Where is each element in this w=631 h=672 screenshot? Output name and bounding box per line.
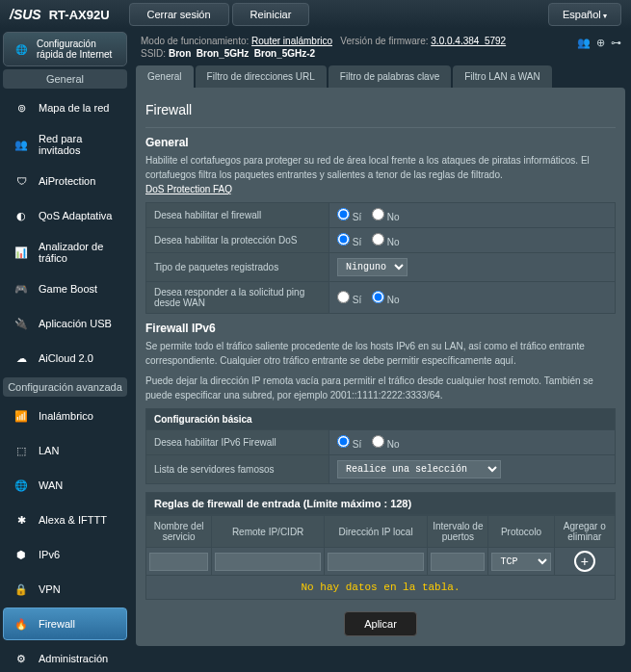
- ping-yes[interactable]: Sí: [337, 295, 361, 305]
- logout-button[interactable]: Cerrar sesión: [129, 3, 229, 26]
- fw-no[interactable]: No: [372, 212, 400, 222]
- col-remote: Remote IP/CIDR: [212, 516, 325, 548]
- nav-admin[interactable]: ⚙Administración: [3, 642, 127, 672]
- qis-label: Configuración rápida de Internet: [37, 39, 118, 60]
- mesh-status-icon[interactable]: ⊕: [596, 37, 605, 49]
- service-input[interactable]: [149, 553, 208, 571]
- nav-wireless[interactable]: 📶Inalámbrico: [3, 400, 127, 432]
- gamepad-icon: 🎮: [12, 279, 31, 298]
- dos-faq-link[interactable]: DoS Protection FAQ: [145, 184, 232, 194]
- tab-url-filter[interactable]: Filtro de direcciones URL: [196, 65, 327, 88]
- nav-firewall[interactable]: 🔥Firewall: [3, 607, 127, 640]
- port-range-input[interactable]: [431, 553, 485, 571]
- page-title: Firewall: [145, 97, 616, 128]
- nav-aiprotection[interactable]: 🛡AiProtection: [3, 165, 127, 197]
- qis-button[interactable]: 🌐 Configuración rápida de Internet: [3, 32, 127, 66]
- guest-icon: 👥: [12, 135, 31, 154]
- fw-yes-radio[interactable]: [337, 208, 350, 220]
- language-select[interactable]: Español: [548, 3, 621, 26]
- admin-icon: ⚙: [12, 649, 31, 668]
- nav-qos[interactable]: ◐QoS Adaptativa: [3, 199, 127, 232]
- nav-traffic[interactable]: 📊Analizador de tráfico: [3, 234, 127, 271]
- users-status-icon[interactable]: 👥: [577, 37, 591, 49]
- label-log-type: Tipo de paquetes registrados: [146, 253, 329, 282]
- tab-keyword-filter[interactable]: Filtro de palabras clave: [329, 65, 451, 88]
- fire-icon: 🔥: [12, 614, 31, 633]
- ssid-info: SSID: Bron Bron_5GHz Bron_5GHz-2: [136, 47, 625, 60]
- tabs: General Filtro de direcciones URL Filtro…: [136, 65, 625, 88]
- add-rule-button[interactable]: +: [574, 551, 595, 572]
- ping-no[interactable]: No: [372, 295, 400, 305]
- sidebar: 🌐 Configuración rápida de Internet Gener…: [0, 29, 130, 672]
- section-ipv6-title: Firewall IPv6: [145, 322, 616, 335]
- brand-logo: /SUS: [10, 7, 41, 22]
- nav-usb[interactable]: 🔌Aplicación USB: [3, 307, 127, 340]
- dos-yes-radio[interactable]: [337, 233, 350, 246]
- basic-config-header: Configuración básica: [146, 409, 616, 430]
- ping-yes-radio[interactable]: [337, 291, 350, 303]
- ipv6-desc2: Puede dejar la dirección IP remota vacía…: [145, 374, 616, 402]
- famous-servers-select[interactable]: Realice una selección: [337, 460, 501, 478]
- opmode-link[interactable]: Router inalámbrico: [251, 36, 332, 46]
- label-wan-ping: Desea responder a la solicitud ping desd…: [146, 282, 329, 314]
- fw-no-radio[interactable]: [372, 208, 384, 220]
- shield-icon: 🛡: [12, 171, 31, 191]
- fw-yes[interactable]: Sí: [337, 212, 361, 222]
- protocol-select[interactable]: TCP: [491, 553, 550, 571]
- ipv6-yes-radio[interactable]: [337, 435, 350, 448]
- nav-aicloud[interactable]: ☁AiCloud 2.0: [3, 342, 127, 375]
- dos-yes[interactable]: Sí: [337, 237, 361, 247]
- label-enable-fw: Desea habilitar el firewall: [146, 203, 329, 228]
- reboot-button[interactable]: Reiniciar: [232, 3, 310, 26]
- section-general-desc: Habilite el cortafuegos para proteger su…: [145, 153, 616, 196]
- nav-ipv6[interactable]: ⬢IPv6: [3, 538, 127, 571]
- main-content: 👥 ⊕ ⊶ Modo de funcionamiento: Router ina…: [130, 29, 631, 672]
- col-port: Intervalo de puertos: [428, 516, 488, 548]
- ipv6-no-radio[interactable]: [372, 435, 384, 448]
- tab-general[interactable]: General: [136, 65, 194, 88]
- ipv6-desc1: Se permite todo el tráfico saliente proc…: [145, 339, 616, 368]
- globe-icon: 🌐: [12, 39, 31, 59]
- tab-lan-wan-filter[interactable]: Filtro LAN a WAN: [453, 65, 552, 88]
- rules-header: Reglas de firewall de entrada (Límite má…: [145, 492, 616, 515]
- ipv6-no[interactable]: No: [372, 439, 400, 450]
- nav-network-map[interactable]: ⊚Mapa de la red: [3, 91, 127, 124]
- remote-ip-input[interactable]: [215, 553, 321, 571]
- nav-lan[interactable]: ⬚LAN: [3, 434, 127, 467]
- nav-header-general: General: [3, 69, 127, 89]
- ipv6-yes[interactable]: Sí: [337, 439, 361, 450]
- nav-header-advanced: Configuración avanzada: [3, 377, 127, 397]
- opmode-info: Modo de funcionamiento: Router inalámbri…: [136, 35, 625, 47]
- ipv6-settings-table: Configuración básica Desea habilitar IPv…: [145, 408, 616, 484]
- usb-status-icon[interactable]: ⊶: [611, 37, 621, 49]
- firewall-settings-table: Desea habilitar el firewall Sí No Desea …: [145, 202, 616, 314]
- fw-link[interactable]: 3.0.0.4.384_5792: [431, 36, 506, 46]
- gauge-icon: ◐: [12, 206, 31, 225]
- label-famous-servers: Lista de servidores famosos: [146, 455, 329, 484]
- top-bar: /SUS RT-AX92U Cerrar sesión Reiniciar Es…: [0, 0, 631, 29]
- nav-game-boost[interactable]: 🎮Game Boost: [3, 272, 127, 305]
- lan-icon: ⬚: [12, 441, 31, 460]
- vpn-icon: 🔒: [12, 580, 31, 599]
- local-ip-input[interactable]: [328, 553, 424, 571]
- apply-button[interactable]: Aplicar: [344, 611, 417, 636]
- alexa-icon: ✱: [12, 510, 31, 530]
- ipv6-icon: ⬢: [12, 545, 31, 564]
- section-general-title: General: [145, 136, 616, 149]
- nav-wan[interactable]: 🌐WAN: [3, 469, 127, 502]
- wifi-icon: 📶: [12, 406, 31, 426]
- dos-no[interactable]: No: [372, 237, 400, 247]
- nav-alexa[interactable]: ✱Alexa & IFTTT: [3, 504, 127, 536]
- label-enable-dos: Desea habilitar la protección DoS: [146, 228, 329, 253]
- col-proto: Protocolo: [488, 516, 554, 548]
- col-add: Agregar o eliminar: [554, 516, 615, 548]
- col-service: Nombre del servicio: [146, 516, 212, 548]
- status-icons: 👥 ⊕ ⊶: [573, 35, 625, 51]
- nav-vpn[interactable]: 🔒VPN: [3, 573, 127, 606]
- nav-guest[interactable]: 👥Red para invitados: [3, 126, 127, 163]
- map-icon: ⊚: [12, 98, 31, 117]
- dos-no-radio[interactable]: [372, 233, 384, 246]
- log-type-select[interactable]: Ninguno: [337, 258, 408, 276]
- ping-no-radio[interactable]: [372, 291, 384, 303]
- cloud-icon: ☁: [12, 349, 31, 368]
